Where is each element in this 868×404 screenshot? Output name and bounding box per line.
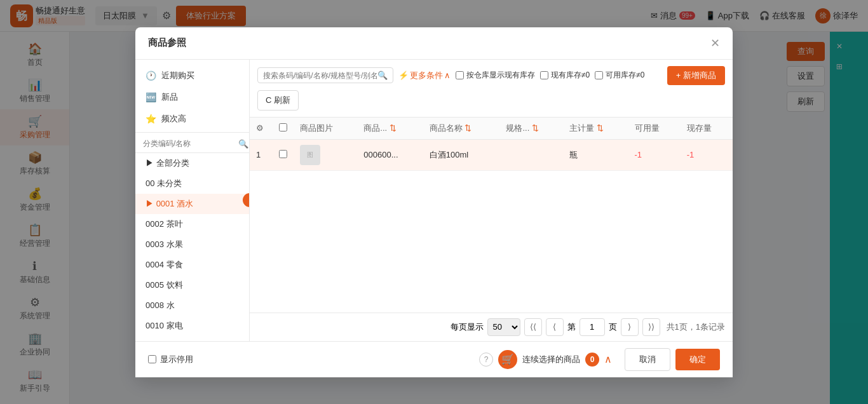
clock-icon: 🕐 (146, 71, 156, 81)
col-checkbox[interactable] (273, 118, 294, 140)
recent-purchase-item[interactable]: 🕐 近期购买 (135, 65, 249, 86)
col-available[interactable]: 可用量 (628, 118, 681, 140)
check-available[interactable] (540, 71, 548, 79)
modal-title: 商品参照 (148, 37, 186, 49)
row-spec (499, 139, 563, 170)
per-page-label: 每页显示 (451, 321, 484, 333)
product-image: 图 (300, 145, 320, 165)
add-product-button[interactable]: + 新增商品 (667, 66, 725, 85)
cat-all[interactable]: ▶ 全部分类 (135, 153, 249, 173)
cat-liquor[interactable]: ▶ 0001 酒水 (135, 194, 249, 214)
first-page-button[interactable]: ⟨⟨ (524, 318, 542, 336)
col-name[interactable]: 商品名称 ⇅ (423, 118, 500, 140)
modal-overlay: 商品参照 ✕ 🕐 近期购买 🆕 新品 ⭐ 频次高 (0, 0, 868, 404)
modal: 商品参照 ✕ 🕐 近期购买 🆕 新品 ⭐ 频次高 (135, 27, 733, 377)
product-table: ⚙ 商品图片 商品... ⇅ 商品名称 ⇅ 规格... ⇅ 主计量 ⇅ 可用量 … (250, 118, 733, 171)
page-number-input[interactable] (580, 318, 605, 336)
product-table-container: ⚙ 商品图片 商品... ⇅ 商品名称 ⇅ 规格... ⇅ 主计量 ⇅ 可用量 … (250, 118, 733, 313)
check-usable-label[interactable]: 可用库存≠0 (595, 70, 644, 81)
cat-active-arrow-icon: ▶ (146, 199, 156, 208)
check-usable[interactable] (595, 71, 603, 79)
row-available: -1 (628, 139, 681, 170)
new-icon: 🆕 (146, 92, 156, 102)
modal-footer: 显示停用 ? 🛒 连续选择的商品 0 ∧ 取消 确定 (135, 341, 733, 377)
product-search-icon[interactable]: 🔍 (377, 71, 388, 80)
prev-page-button[interactable]: ⟨ (546, 318, 564, 336)
pagination: 每页显示 50 100 200 ⟨⟨ ⟨ 第 页 ⟩ ⟩⟩ 共1页，1条记录 (250, 313, 733, 341)
cat-fruit[interactable]: 0003 水果 (135, 234, 249, 255)
cart-icon[interactable]: 🛒 (498, 350, 517, 369)
cat-drink[interactable]: 0005 饮料 (135, 275, 249, 295)
star-icon: ⭐ (146, 114, 156, 124)
filter-icon: ⚡ (398, 71, 409, 80)
filter-bar: 🔍 ⚡ 更多条件 ∧ 按仓库显示现有库存 现有库存≠0 (250, 60, 733, 118)
check-available-label[interactable]: 现有库存≠0 (540, 70, 590, 81)
filter-more-button[interactable]: ⚡ 更多条件 ∧ (398, 70, 451, 81)
frequent-item[interactable]: ⭐ 频次高 (135, 108, 249, 130)
col-code[interactable]: 商品... ⇅ (357, 118, 423, 140)
cart-label: 连续选择的商品 (522, 354, 580, 365)
check-warehouse-label[interactable]: 按仓库显示现有库存 (456, 70, 535, 81)
cart-area: ? 🛒 连续选择的商品 0 ∧ 取消 确定 (479, 348, 720, 371)
modal-body: 🕐 近期购买 🆕 新品 ⭐ 频次高 《 🔍 (135, 60, 733, 341)
col-stock: 现存量 (681, 118, 733, 140)
left-panel: 🕐 近期购买 🆕 新品 ⭐ 频次高 《 🔍 (135, 60, 250, 341)
help-icon[interactable]: ? (479, 353, 493, 367)
col-spec[interactable]: 规格... ⇅ (499, 118, 563, 140)
cat-unclassified[interactable]: 00 未分类 (135, 173, 249, 194)
row-unit: 瓶 (563, 139, 628, 170)
row-num: 1 (250, 139, 273, 170)
row-name: 白酒100ml (423, 139, 500, 170)
row-checkbox[interactable] (279, 150, 287, 158)
cat-water[interactable]: 0008 水 (135, 295, 249, 316)
product-search-box: 🔍 (257, 67, 393, 83)
next-page-button[interactable]: ⟩ (621, 318, 639, 336)
cat-tea[interactable]: 0002 茶叶 (135, 214, 249, 234)
product-search-input[interactable] (263, 71, 377, 80)
category-search-input[interactable] (143, 139, 238, 148)
table-header-row: ⚙ 商品图片 商品... ⇅ 商品名称 ⇅ 规格... ⇅ 主计量 ⇅ 可用量 … (250, 118, 733, 140)
per-page-select[interactable]: 50 100 200 (487, 318, 520, 336)
page-unit-label: 页 (609, 321, 617, 333)
row-img-cell: 图 (294, 139, 357, 170)
category-search: 🔍 (135, 135, 249, 153)
show-disabled-checkbox[interactable] (148, 355, 156, 363)
modal-header: 商品参照 ✕ (135, 27, 733, 60)
show-disabled-label[interactable]: 显示停用 (148, 354, 193, 365)
cat-arrow-icon: ▶ (146, 158, 154, 168)
select-all-checkbox[interactable] (279, 123, 287, 131)
refresh-table-button[interactable]: C 刷新 (257, 90, 299, 111)
cart-count: 0 (585, 353, 599, 367)
table-row[interactable]: 1 图 000600... 白酒100ml 瓶 -1 -1 (250, 139, 733, 170)
last-page-button[interactable]: ⟩⟩ (642, 318, 660, 336)
col-unit[interactable]: 主计量 ⇅ (563, 118, 628, 140)
check-warehouse[interactable] (456, 71, 464, 79)
row-stock: -1 (681, 139, 733, 170)
row-code: 000600... (357, 139, 423, 170)
divider (135, 132, 249, 133)
chevron-up-icon: ∧ (444, 71, 451, 80)
confirm-button[interactable]: 确定 (675, 349, 720, 370)
col-img: 商品图片 (294, 118, 357, 140)
total-info: 共1页，1条记录 (667, 321, 725, 333)
search-icon[interactable]: 🔍 (238, 139, 248, 149)
collapse-cart-icon[interactable]: ∧ (604, 353, 612, 365)
cat-snack[interactable]: 0004 零食 (135, 255, 249, 275)
cat-appliance[interactable]: 0010 家电 (135, 316, 249, 336)
page-num-label: 第 (567, 321, 576, 333)
right-panel: 🔍 ⚡ 更多条件 ∧ 按仓库显示现有库存 现有库存≠0 (250, 60, 733, 341)
modal-close-button[interactable]: ✕ (710, 36, 720, 50)
cancel-button[interactable]: 取消 (625, 348, 670, 371)
col-settings[interactable]: ⚙ (250, 118, 273, 140)
row-checkbox-cell[interactable] (273, 139, 294, 170)
new-product-item[interactable]: 🆕 新品 (135, 86, 249, 108)
